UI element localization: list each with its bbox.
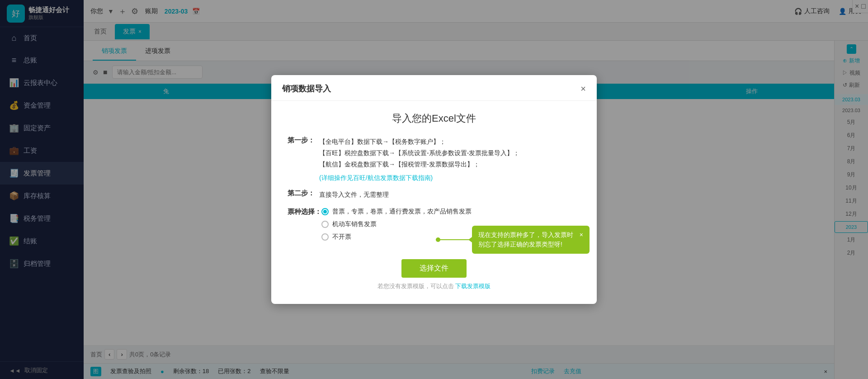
tooltip-text: 现在支持的票种多了，导入发票时别忘了选择正确的发票类型呀! bbox=[478, 231, 573, 248]
ticket-normal-label: 普票，专票，卷票，通行费发票，农产品销售发票 bbox=[332, 208, 472, 216]
import-dialog: 销项数据导入 × 导入您的Excel文件 第一步： 【全电平台】数据下载→【税务… bbox=[271, 75, 597, 304]
ticket-option-normal[interactable]: 普票，专票，卷票，通行费发票，农产品销售发票 bbox=[321, 208, 472, 216]
dialog-main-title: 导入您的Excel文件 bbox=[288, 112, 580, 125]
step1-content: 【全电平台】数据下载→【税务数字账户】； 【百旺】税控盘数据下载→【系统设置-系… bbox=[319, 136, 519, 184]
radio-motor bbox=[321, 221, 329, 228]
step1-line-2: 【百旺】税控盘数据下载→【系统设置-系统参数设置-发票批量导入】； bbox=[319, 147, 519, 159]
tooltip-container: × 现在支持的票种多了，导入发票时别忘了选择正确的发票类型呀! bbox=[436, 226, 590, 254]
dialog-header: 销项数据导入 × bbox=[271, 75, 597, 101]
radio-normal bbox=[321, 208, 329, 215]
step1-line-1: 【全电平台】数据下载→【税务数字账户】； bbox=[319, 136, 519, 147]
dialog-close-button[interactable]: × bbox=[580, 84, 586, 94]
dialog-body: 导入您的Excel文件 第一步： 【全电平台】数据下载→【税务数字账户】； 【百… bbox=[271, 101, 597, 304]
step1-label: 第一步： bbox=[288, 136, 319, 184]
ticket-select: 票种选择： 普票，专票，卷票，通行费发票，农产品销售发票 机动车销售发票 bbox=[288, 208, 580, 246]
tooltip-bubble: × 现在支持的票种多了，导入发票时别忘了选择正确的发票类型呀! bbox=[472, 226, 590, 254]
tooltip-dot bbox=[436, 237, 440, 242]
download-template-row: 若您没有发票模版，可以点击 下载发票模版 bbox=[288, 282, 580, 290]
step1-row: 第一步： 【全电平台】数据下载→【税务数字账户】； 【百旺】税控盘数据下载→【系… bbox=[288, 136, 580, 184]
tooltip-line bbox=[436, 239, 472, 240]
step2-content: 直接导入文件，无需整理 bbox=[319, 189, 389, 200]
step1-line-3: 【航信】金税盘数据下载→【报税管理-发票数据导出】； bbox=[319, 159, 519, 170]
radio-none bbox=[321, 233, 329, 241]
ticket-none-label: 不开票 bbox=[332, 233, 351, 241]
download-template-link[interactable]: 下载发票模版 bbox=[455, 283, 491, 289]
ticket-label: 票种选择： bbox=[288, 208, 321, 216]
tooltip-close-button[interactable]: × bbox=[580, 230, 583, 240]
step2-row: 第二步： 直接导入文件，无需整理 bbox=[288, 189, 580, 200]
select-file-button[interactable]: 选择文件 bbox=[401, 259, 467, 278]
ticket-motor-label: 机动车销售发票 bbox=[332, 220, 377, 228]
dialog-title: 销项数据导入 bbox=[282, 83, 331, 94]
modal-overlay: 销项数据导入 × 导入您的Excel文件 第一步： 【全电平台】数据下载→【税务… bbox=[0, 0, 868, 379]
select-file-section: 选择文件 若您没有发票模版，可以点击 下载发票模版 bbox=[288, 259, 580, 290]
step2-label: 第二步： bbox=[288, 189, 319, 200]
step1-link[interactable]: (详细操作见百旺/航信发票数据下载指南) bbox=[319, 174, 433, 181]
